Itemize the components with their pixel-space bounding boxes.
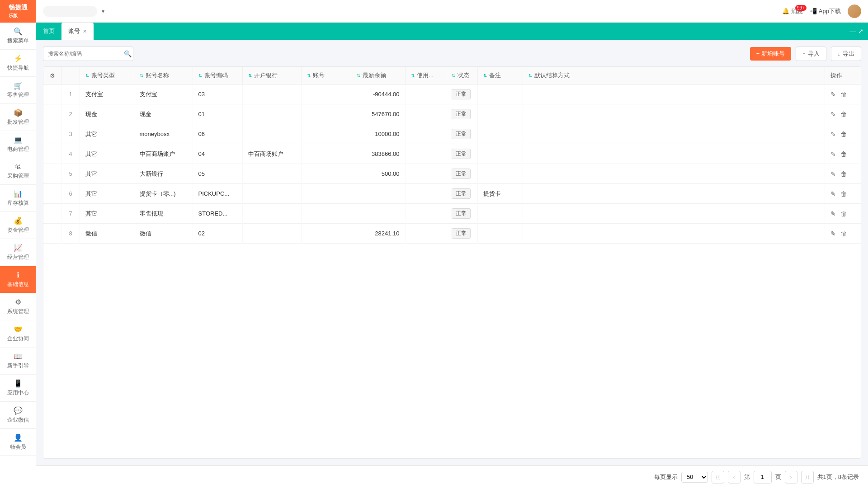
sidebar-item-quick[interactable]: ⚡ 快捷导航 — [0, 50, 36, 77]
user-avatar[interactable] — [848, 5, 861, 18]
delete-icon[interactable]: 🗑 — [840, 190, 847, 197]
col-account-header[interactable]: ⇅ 账号 — [301, 67, 351, 84]
delete-icon[interactable]: 🗑 — [840, 111, 847, 118]
col-code-label: 账号编码 — [204, 72, 228, 79]
page-number-input[interactable] — [754, 471, 772, 483]
operations-icon: 📈 — [2, 244, 33, 252]
sort-balance-icon: ⇅ — [357, 73, 360, 78]
delete-icon[interactable]: 🗑 — [840, 170, 847, 178]
account-tab-label: 账号 — [68, 27, 80, 35]
row-balance: 500.00 — [351, 164, 405, 184]
row-type: 其它 — [80, 124, 134, 144]
row-default — [523, 224, 825, 244]
sidebar-item-purchase[interactable]: 🛍 采购管理 — [0, 158, 36, 185]
export-button[interactable]: ↓ 导出 — [831, 47, 862, 61]
tab-close-icon[interactable]: ✕ — [83, 28, 87, 34]
sidebar-item-search[interactable]: 🔍 搜索菜单 — [0, 23, 36, 50]
col-name-header[interactable]: ⇅ 账号名称 — [134, 67, 193, 84]
import-button[interactable]: ↑ 导入 — [796, 47, 826, 61]
col-default-header[interactable]: ⇅ 默认结算方式 — [523, 67, 825, 84]
row-default — [523, 104, 825, 124]
delete-icon[interactable]: 🗑 — [840, 150, 847, 158]
col-code-header[interactable]: ⇅ 账号编码 — [193, 67, 242, 84]
home-tab-label: 首页 — [43, 27, 55, 35]
topbar-dropdown[interactable]: ▾ — [102, 8, 104, 14]
sidebar-item-member[interactable]: 👤 畅会员 — [0, 429, 36, 456]
delete-icon[interactable]: 🗑 — [840, 91, 847, 98]
app-subtitle: 乐版 — [9, 13, 28, 19]
add-account-button[interactable]: + 新增账号 — [750, 47, 791, 61]
col-num — [61, 67, 80, 84]
edit-icon[interactable]: ✎ — [830, 170, 836, 178]
row-balance — [351, 204, 405, 224]
col-type-label: 账号类型 — [91, 72, 115, 79]
finance-icon: 💰 — [2, 216, 33, 225]
tab-home[interactable]: 首页 — [36, 23, 61, 40]
sidebar-item-system[interactable]: ⚙ 系统管理 — [0, 293, 36, 320]
table-row: 4 其它 中百商场账户 04 中百商场账户 383866.00 正常 ✎ 🗑 — [43, 144, 861, 164]
row-code: 06 — [193, 124, 242, 144]
col-note-header[interactable]: ⇅ 备注 — [477, 67, 523, 84]
tab-expand-button[interactable]: ⤢ — [858, 28, 863, 35]
row-actions: ✎ 🗑 — [825, 144, 861, 164]
row-bank: 中百商场账户 — [242, 144, 301, 164]
edit-icon[interactable]: ✎ — [830, 210, 836, 217]
sidebar-item-operations[interactable]: 📈 经营管理 — [0, 239, 36, 266]
row-code: 01 — [193, 104, 242, 124]
account-search-input[interactable] — [43, 51, 120, 57]
col-balance-header[interactable]: ⇅ 最新余额 — [351, 67, 405, 84]
sidebar-item-guide[interactable]: 📖 新手引导 — [0, 347, 36, 375]
edit-icon[interactable]: ✎ — [830, 131, 836, 138]
row-settings — [43, 124, 61, 144]
edit-icon[interactable]: ✎ — [830, 111, 836, 118]
row-account — [301, 104, 351, 124]
sidebar-item-inventory[interactable]: 📊 库存核算 — [0, 185, 36, 212]
notification-button[interactable]: 🔔 消息 99+ — [782, 7, 803, 15]
app-download-button[interactable]: 📲 App下载 — [810, 7, 841, 15]
wechat-icon: 💬 — [2, 406, 33, 415]
purchase-icon: 🛍 — [2, 163, 33, 171]
sidebar-item-basicinfo[interactable]: ℹ 基础信息 — [0, 266, 36, 293]
last-page-button[interactable]: ⟩⟩ — [801, 471, 814, 483]
delete-icon[interactable]: 🗑 — [840, 131, 847, 138]
row-note — [477, 84, 523, 104]
row-bank — [242, 104, 301, 124]
delete-icon[interactable]: 🗑 — [840, 230, 847, 237]
sidebar-item-enterprise[interactable]: 🤝 企业协同 — [0, 320, 36, 347]
prev-page-button[interactable]: ‹ — [728, 471, 741, 483]
sidebar-item-guide-label: 新手引导 — [2, 362, 33, 370]
col-usage-header[interactable]: ⇅ 使用... — [405, 67, 446, 84]
col-type-header[interactable]: ⇅ 账号类型 — [80, 67, 134, 84]
tab-account[interactable]: 账号 ✕ — [61, 23, 94, 40]
accounts-table: ⚙ ⇅ 账号类型 ⇅ 账号名称 ⇅ — [43, 67, 861, 244]
sidebar-item-finance[interactable]: 💰 资金管理 — [0, 212, 36, 239]
sidebar-item-retail[interactable]: 🛒 零售管理 — [0, 77, 36, 104]
row-num: 5 — [61, 164, 80, 184]
sidebar-item-appcenter[interactable]: 📱 应用中心 — [0, 375, 36, 402]
search-submit-button[interactable]: 🔍 — [120, 50, 133, 57]
tab-minimize-button[interactable]: — — [849, 28, 856, 35]
edit-icon[interactable]: ✎ — [830, 190, 836, 197]
per-page-select[interactable]: 50 100 200 — [681, 472, 708, 483]
toolbar-actions: + 新增账号 ↑ 导入 ↓ 导出 — [750, 47, 861, 61]
row-code: 03 — [193, 84, 242, 104]
row-bank — [242, 184, 301, 204]
sort-usage-icon: ⇅ — [411, 73, 415, 78]
edit-icon[interactable]: ✎ — [830, 150, 836, 158]
topbar-search-input[interactable] — [43, 6, 97, 17]
row-balance: 547670.00 — [351, 104, 405, 124]
next-page-button[interactable]: › — [785, 471, 797, 483]
col-bank-header[interactable]: ⇅ 开户银行 — [242, 67, 301, 84]
row-default — [523, 84, 825, 104]
first-page-button[interactable]: ⟨⟨ — [712, 471, 724, 483]
row-bank — [242, 224, 301, 244]
col-settings[interactable]: ⚙ — [43, 67, 61, 84]
edit-icon[interactable]: ✎ — [830, 91, 836, 98]
edit-icon[interactable]: ✎ — [830, 230, 836, 237]
sidebar-item-wholesale[interactable]: 📦 批发管理 — [0, 104, 36, 131]
sidebar-item-ecommerce[interactable]: 💻 电商管理 — [0, 131, 36, 158]
row-bank — [242, 204, 301, 224]
col-status-header[interactable]: ⇅ 状态 — [446, 67, 477, 84]
delete-icon[interactable]: 🗑 — [840, 210, 847, 217]
sidebar-item-wechat[interactable]: 💬 企业微信 — [0, 402, 36, 429]
